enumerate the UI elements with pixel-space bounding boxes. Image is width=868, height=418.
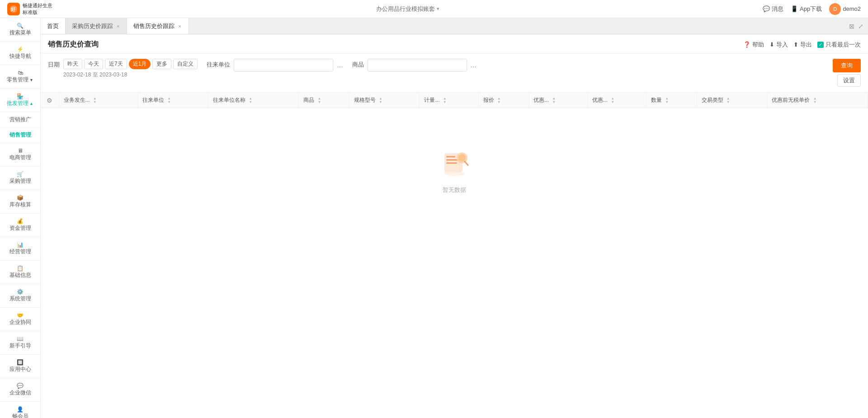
tab-close-purchase[interactable]: × — [116, 23, 120, 29]
tab-close-sales[interactable]: × — [177, 23, 182, 29]
table-header-trade-type[interactable]: 交易类型 ▲▼ — [697, 93, 767, 108]
date-btn-1month[interactable]: 近1月 — [129, 59, 151, 69]
inventory-icon: 📦 — [17, 195, 24, 201]
tab-bar-actions: ⊠ ⤢ — [844, 18, 868, 34]
sidebar-item-member[interactable]: 👤 畅会员 — [0, 402, 40, 418]
sidebar-item-collab[interactable]: 🤝 企业协同 — [0, 308, 40, 331]
table-header-unit-code[interactable]: 往来单位 ▲▼ — [137, 93, 208, 108]
settings-button[interactable]: 设置 — [837, 74, 861, 87]
sidebar-item-finance[interactable]: 💰 资金管理 — [0, 214, 40, 237]
top-bar-center[interactable]: 办公用品行业模拟账套 ▾ — [376, 5, 439, 13]
tab-home[interactable]: 首页 — [41, 18, 66, 34]
purchase-icon: 🛒 — [17, 171, 24, 177]
sidebar: 🔍 搜索菜单 ⚡ 快捷导航 🛍 零售管理 ▼ 🏪 批发管理 ▲ 营销推广 销售管… — [0, 18, 41, 418]
table-header-discount1[interactable]: 优惠... ▲▼ — [528, 93, 587, 108]
date-btn-7days[interactable]: 近7天 — [105, 59, 127, 69]
source-unit-input[interactable] — [234, 59, 333, 71]
sidebar-item-search[interactable]: 🔍 搜索菜单 — [0, 18, 40, 42]
wholesale-icon: 🏪 — [17, 93, 24, 100]
sort-icon-discount1: ▲▼ — [552, 97, 556, 104]
date-btn-today[interactable]: 今天 — [84, 59, 103, 69]
sort-icon-biz-date: ▲▼ — [93, 97, 97, 104]
svg-rect-6 — [446, 162, 457, 164]
retail-icon: 🛍 — [18, 70, 23, 76]
settings-icon: ⚙ — [47, 97, 52, 104]
chevron-up-icon: ▲ — [29, 101, 33, 106]
sidebar-item-system[interactable]: ⚙️ 系统管理 — [0, 284, 40, 308]
table-header-price[interactable]: 报价 ▲▼ — [478, 93, 528, 108]
filter-bar: 日期 昨天 今天 近7天 近1月 更多 自定义 2023-02-18 至 202… — [41, 53, 868, 93]
data-table: ⚙ 业务发生... ▲▼ 往来单位 ▲▼ 往来单位名称 — [41, 93, 868, 108]
product-dots[interactable]: ... — [471, 61, 476, 69]
svg-line-9 — [465, 162, 468, 165]
finance-icon: 💰 — [17, 218, 24, 224]
app-title: 办公用品行业模拟账套 — [376, 5, 435, 13]
table-header-biz-date[interactable]: 业务发生... ▲▼ — [59, 93, 137, 108]
sidebar-item-appstore[interactable]: 🔲 应用中心 — [0, 355, 40, 378]
table-header-product[interactable]: 商品 ▲▼ — [299, 93, 349, 108]
sidebar-item-wecom[interactable]: 💬 企业微信 — [0, 378, 40, 402]
top-bar: 好 畅捷通好生意 标准版 办公用品行业模拟账套 ▾ 💬 消息 📱 App下载 D… — [0, 0, 868, 18]
app-title-dropdown-icon[interactable]: ▾ — [437, 6, 439, 12]
sidebar-item-quicknav[interactable]: ⚡ 快捷导航 — [0, 42, 40, 65]
tab-sales-history[interactable]: 销售历史价跟踪 × — [127, 18, 189, 34]
table-header-pretax-price[interactable]: 优惠前无税单价 ▲▼ — [767, 93, 868, 108]
date-btn-more[interactable]: 更多 — [152, 59, 171, 69]
sort-icon-unit-code: ▲▼ — [167, 97, 171, 104]
table-header-spec[interactable]: 规格型号 ▲▼ — [349, 93, 420, 108]
basic-icon: 📋 — [17, 265, 24, 271]
table-header-unit-name[interactable]: 往来单位名称 ▲▼ — [208, 93, 298, 108]
date-btn-custom[interactable]: 自定义 — [173, 59, 198, 69]
sidebar-item-basic[interactable]: 📋 基础信息 — [0, 261, 40, 284]
sidebar-item-inventory[interactable]: 📦 库存核算 — [0, 190, 40, 214]
sidebar-item-purchase[interactable]: 🛒 采购管理 — [0, 166, 40, 190]
table-header-discount2[interactable]: 优惠... ▲▼ — [588, 93, 646, 108]
source-unit-dots[interactable]: ... — [337, 61, 343, 69]
message-button[interactable]: 💬 消息 — [763, 5, 783, 13]
date-btn-yesterday[interactable]: 昨天 — [63, 59, 82, 69]
tab-close-all-icon[interactable]: ⊠ — [849, 23, 854, 30]
top-bar-right: 💬 消息 📱 App下载 D demo2 — [763, 3, 861, 15]
sidebar-item-marketing[interactable]: 营销推广 — [0, 112, 40, 128]
date-buttons: 昨天 今天 近7天 近1月 更多 自定义 — [63, 59, 198, 69]
tab-purchase-history[interactable]: 采购历史价跟踪 × — [66, 18, 127, 34]
sidebar-item-retail[interactable]: 🛍 零售管理 ▼ — [0, 65, 40, 89]
sidebar-item-ecommerce[interactable]: 🖥 电商管理 — [0, 143, 40, 166]
last-only-checkbox-label[interactable]: ✓ 只看最后一次 — [817, 41, 861, 49]
sidebar-item-guide[interactable]: 📖 新手引导 — [0, 331, 40, 355]
table-header-settings[interactable]: ⚙ — [41, 93, 59, 108]
top-bar-left: 好 畅捷通好生意 标准版 — [7, 2, 52, 15]
appstore-icon: 🔲 — [17, 359, 24, 366]
sort-icon-unit-name: ▲▼ — [249, 97, 252, 104]
wecom-icon: 💬 — [17, 383, 24, 389]
collab-icon: 🤝 — [17, 312, 24, 318]
sort-icon-price: ▲▼ — [497, 97, 501, 104]
sort-icon-product: ▲▼ — [317, 97, 321, 104]
empty-text: 暂无数据 — [443, 186, 466, 194]
export-button[interactable]: ⬆ 导出 — [793, 41, 812, 49]
sidebar-item-operation[interactable]: 📊 经营管理 — [0, 237, 40, 261]
avatar: D — [829, 3, 841, 15]
table-header-quantity[interactable]: 数量 ▲▼ — [646, 93, 697, 108]
date-filter-content: 昨天 今天 近7天 近1月 更多 自定义 2023-02-18 至 2023-0… — [63, 59, 198, 79]
help-button[interactable]: ❓ 帮助 — [743, 41, 764, 49]
product-filter-group: 商品 ... — [352, 59, 476, 71]
sidebar-item-sales[interactable]: 销售管理 — [0, 128, 40, 143]
sidebar-item-wholesale[interactable]: 🏪 批发管理 ▲ — [0, 89, 40, 112]
logo-area: 好 畅捷通好生意 标准版 — [7, 2, 52, 15]
source-unit-input-group: ... — [234, 59, 343, 71]
import-button[interactable]: ⬇ 导入 — [769, 41, 788, 49]
empty-state: 暂无数据 — [41, 108, 868, 230]
search-button[interactable]: 查询 — [833, 59, 861, 72]
purchase-history-tab-label: 采购历史价跟踪 — [72, 22, 113, 30]
table-header-unit[interactable]: 计量... ▲▼ — [420, 93, 478, 108]
operation-icon: 📊 — [17, 242, 24, 248]
page-header: 销售历史价查询 ❓ 帮助 ⬇ 导入 ⬆ 导出 ✓ — [41, 34, 868, 53]
user-menu[interactable]: D demo2 — [829, 3, 861, 15]
app-download-button[interactable]: 📱 App下载 — [791, 5, 822, 13]
sort-icon-unit: ▲▼ — [443, 97, 447, 104]
tab-fullscreen-icon[interactable]: ⤢ — [858, 23, 863, 30]
download-icon: 📱 — [791, 5, 798, 12]
system-icon: ⚙️ — [17, 289, 24, 295]
product-input[interactable] — [368, 59, 467, 71]
